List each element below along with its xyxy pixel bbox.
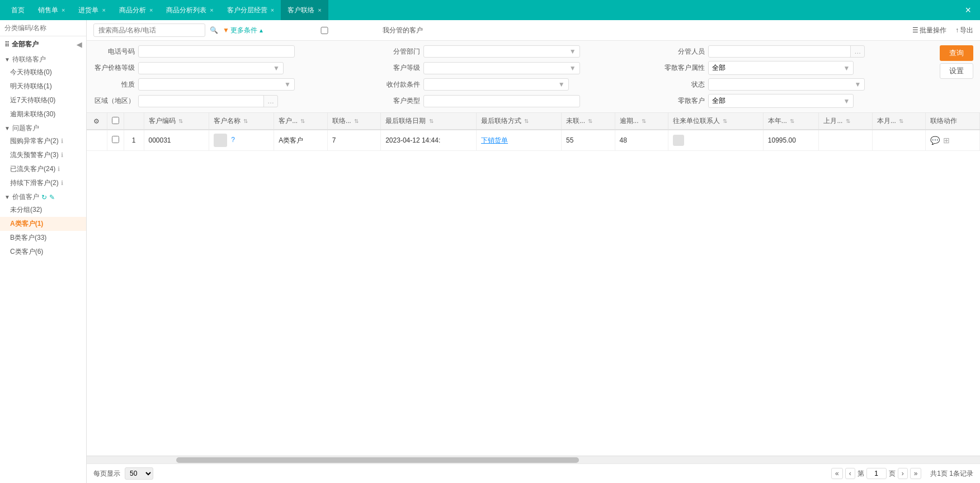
chevron-up-icon: ▲ <box>258 27 264 34</box>
search-input[interactable] <box>93 23 205 37</box>
nav-tab-customer-tier-label: 客户分层经营 <box>227 6 267 15</box>
payment-select[interactable]: ▼ <box>423 78 569 91</box>
filter-row-4: 区域（地区） … 客户类型 <box>93 94 935 108</box>
col-last-date[interactable]: 最后联络日期 ⇅ <box>381 113 477 130</box>
settings-icon[interactable]: ⚙ <box>93 117 100 125</box>
sidebar-item-churn-warning[interactable]: 流失预警客户(3) ℹ <box>0 148 86 162</box>
sidebar-group-pending[interactable]: ▼ 待联络客户 <box>0 53 86 65</box>
contact-person-avatar <box>673 135 684 146</box>
manager-dots-icon[interactable]: … <box>850 46 864 57</box>
sidebar-item-overdue-pending[interactable]: 逾期未联络(30) <box>0 107 86 121</box>
sidebar-item-churned[interactable]: 已流失客户(24) ℹ <box>0 162 86 176</box>
qr-action-icon[interactable]: ⊞ <box>943 136 950 145</box>
more-conditions-button[interactable]: ▼ 更多条件 ▲ <box>223 26 264 35</box>
col-type[interactable]: 客户... ⇅ <box>274 113 328 130</box>
refresh-icon[interactable]: ↻ <box>41 193 47 201</box>
nature-select[interactable]: ▼ <box>138 78 295 91</box>
batch-op-button[interactable]: ☰ 批量操作 <box>912 26 946 35</box>
col-this-month[interactable]: 本月... ⇅ <box>872 113 926 130</box>
manager-input[interactable] <box>709 46 850 57</box>
sidebar-item-7day-pending[interactable]: 近7天待联络(0) <box>0 93 86 107</box>
nav-tab-home[interactable]: 首页 <box>4 0 31 20</box>
chat-action-icon[interactable]: 💬 <box>930 136 940 145</box>
nav-tab-sales[interactable]: 销售单 × <box>31 0 72 20</box>
status-select[interactable]: ▼ <box>708 78 865 91</box>
horizontal-scrollbar[interactable] <box>87 456 980 463</box>
sidebar-search-box[interactable]: 🔍 <box>0 20 86 36</box>
col-no-contact[interactable]: 未联... ⇅ <box>562 113 615 130</box>
customer-level-select[interactable]: ▼ <box>423 62 580 74</box>
cell-last-method[interactable]: 下销货单 <box>477 130 562 151</box>
nav-tab-customer-contact[interactable]: 客户联络 × <box>281 0 328 20</box>
nav-tab-customer-tier-close[interactable]: × <box>271 7 274 13</box>
col-overdue[interactable]: 逾期... ⇅ <box>615 113 668 130</box>
my-customers-checkbox-label[interactable]: 我分管的客户 <box>268 26 423 35</box>
filter-icon: ▼ <box>223 26 229 34</box>
sidebar-group-problem[interactable]: ▼ 问题客户 <box>0 121 86 134</box>
nav-tab-goods-analysis[interactable]: 商品分析 × <box>112 0 159 20</box>
col-this-year[interactable]: 本年... ⇅ <box>763 113 819 130</box>
nav-tab-purchase[interactable]: 进货单 × <box>72 0 112 20</box>
col-settings[interactable]: ⚙ <box>87 113 107 130</box>
prev-page-button[interactable]: ‹ <box>845 468 855 479</box>
window-close-button[interactable]: × <box>960 4 976 16</box>
sidebar-item-declining[interactable]: 持续下滑客户(2) ℹ <box>0 176 86 190</box>
price-level-select[interactable]: ▼ <box>138 62 284 74</box>
col-check[interactable] <box>107 113 124 130</box>
col-name[interactable]: 客户名称 ⇅ <box>209 113 274 130</box>
contact-method-link[interactable]: 下销货单 <box>481 136 508 144</box>
next-page-button[interactable]: › <box>898 468 908 479</box>
page-input[interactable] <box>866 468 887 479</box>
sidebar-search-input[interactable] <box>4 24 87 32</box>
sidebar-item-unclassified[interactable]: 未分组(32) <box>0 203 86 217</box>
sidebar-collapse-icon[interactable]: ◀ <box>77 41 82 49</box>
nav-tab-sales-label: 销售单 <box>38 6 58 15</box>
select-all-checkbox[interactable] <box>112 117 119 124</box>
query-button[interactable]: 查询 <box>940 45 973 61</box>
sidebar-item-hoarding-abnormal[interactable]: 囤购异常客户(2) ℹ <box>0 134 86 148</box>
nav-tab-sales-close[interactable]: × <box>62 7 65 13</box>
nav-tab-customer-contact-close[interactable]: × <box>318 7 321 13</box>
chevron-down-icon-payment: ▼ <box>558 80 565 88</box>
phone-input[interactable] <box>138 45 295 58</box>
col-last-method[interactable]: 最后联络方式 ⇅ <box>477 113 562 130</box>
col-code[interactable]: 客户编码 ⇅ <box>144 113 209 130</box>
customer-type-input[interactable] <box>423 95 580 107</box>
export-button[interactable]: ↑ 导出 <box>955 26 973 35</box>
region-dots-icon[interactable]: … <box>263 96 277 107</box>
filter-search-icon[interactable]: 🔍 <box>210 26 218 34</box>
filter-cell-manager: 分管人员 … <box>663 45 935 58</box>
dept-label: 分管部门 <box>379 47 423 56</box>
sidebar-all-customers[interactable]: ⠿ 全部客户 ◀ <box>0 36 86 53</box>
sidebar-item-today-pending[interactable]: 今天待联络(0) <box>0 65 86 79</box>
col-last-month[interactable]: 上月... ⇅ <box>819 113 873 130</box>
sidebar-item-a-class[interactable]: A类客户(1) <box>0 217 86 231</box>
edit-icon[interactable]: ✎ <box>49 193 55 201</box>
cell-name[interactable]: ? <box>209 130 274 151</box>
dept-select[interactable]: ▼ <box>423 45 580 58</box>
row-checkbox[interactable] <box>112 136 119 143</box>
nav-tab-goods-analysis-close[interactable]: × <box>149 7 153 13</box>
col-contact-person[interactable]: 往来单位联系人 ⇅ <box>668 113 764 130</box>
sidebar-item-c-class[interactable]: C类客户(6) <box>0 245 86 259</box>
chevron-down-icon: ▼ <box>4 56 10 63</box>
sidebar-item-b-class[interactable]: B类客户(33) <box>0 231 86 245</box>
per-page-select[interactable]: 50 20 100 <box>125 467 153 480</box>
retail-attr-select[interactable]: 全部 ▼ <box>708 61 854 75</box>
nav-tab-goods-list[interactable]: 商品分析列表 × <box>159 0 220 20</box>
nav-tab-goods-list-close[interactable]: × <box>210 7 213 13</box>
sidebar-group-value[interactable]: ▼ 价值客户 ↻ ✎ <box>0 190 86 203</box>
scrollbar-thumb[interactable] <box>176 457 579 463</box>
cell-check[interactable] <box>107 130 124 151</box>
customer-name-link[interactable]: ? <box>231 136 235 144</box>
last-page-button[interactable]: » <box>910 468 922 479</box>
settings-button[interactable]: 设置 <box>940 63 973 79</box>
sidebar-item-tomorrow-pending[interactable]: 明天待联络(1) <box>0 79 86 93</box>
my-customers-checkbox[interactable] <box>268 27 380 34</box>
region-input[interactable] <box>139 96 263 107</box>
retail-customer-select[interactable]: 全部 ▼ <box>708 94 854 108</box>
first-page-button[interactable]: « <box>831 468 843 479</box>
col-contact-count[interactable]: 联络... ⇅ <box>327 113 381 130</box>
nav-tab-customer-tier[interactable]: 客户分层经营 × <box>220 0 281 20</box>
nav-tab-purchase-close[interactable]: × <box>102 7 105 13</box>
